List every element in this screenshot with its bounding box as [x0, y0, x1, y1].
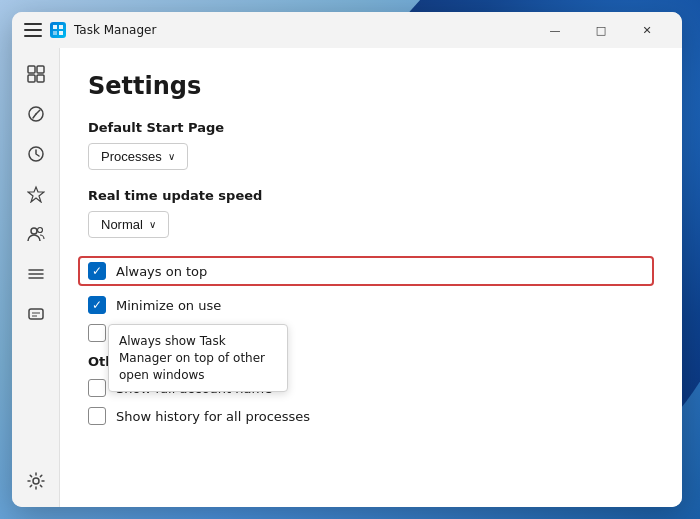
show-history-label: Show history for all processes [116, 409, 310, 424]
titlebar: Task Manager — □ ✕ [12, 12, 682, 48]
minimize-on-use-row[interactable]: Minimize on use [88, 296, 654, 314]
main-layout: Settings Default Start Page Processes ∨ … [12, 48, 682, 507]
sidebar [12, 48, 60, 507]
show-history-checkbox[interactable] [88, 407, 106, 425]
minimize-on-use-checkbox[interactable] [88, 296, 106, 314]
sidebar-item-services[interactable] [18, 296, 54, 332]
svg-rect-1 [59, 25, 63, 29]
sidebar-item-processes[interactable] [18, 56, 54, 92]
content-area: Settings Default Start Page Processes ∨ … [60, 48, 682, 507]
window-controls: — □ ✕ [532, 12, 670, 48]
svg-rect-0 [53, 25, 57, 29]
sidebar-item-users[interactable] [18, 216, 54, 252]
realtime-update-label: Real time update speed [88, 188, 654, 203]
realtime-update-dropdown[interactable]: Normal ∨ [88, 211, 169, 238]
default-start-page-dropdown[interactable]: Processes ∨ [88, 143, 188, 170]
svg-rect-5 [37, 66, 44, 73]
svg-rect-16 [29, 309, 43, 319]
svg-point-19 [33, 478, 39, 484]
dropdown-value: Processes [101, 149, 162, 164]
sidebar-item-history[interactable] [18, 136, 54, 172]
sidebar-item-performance[interactable] [18, 96, 54, 132]
page-title: Settings [88, 72, 654, 100]
svg-point-12 [37, 228, 42, 233]
hide-when-minimized-checkbox[interactable] [88, 324, 106, 342]
svg-rect-3 [59, 31, 63, 35]
default-start-page-label: Default Start Page [88, 120, 654, 135]
svg-rect-2 [53, 31, 57, 35]
svg-rect-4 [28, 66, 35, 73]
menu-icon[interactable] [24, 21, 42, 39]
window-title: Task Manager [74, 23, 156, 37]
always-on-top-row[interactable]: Always on top [78, 256, 654, 286]
always-on-top-label: Always on top [116, 264, 207, 279]
app-icon [50, 22, 66, 38]
always-on-top-checkbox[interactable] [88, 262, 106, 280]
svg-rect-7 [37, 75, 44, 82]
chevron-down-icon: ∨ [168, 151, 175, 162]
sidebar-item-settings[interactable] [18, 463, 54, 499]
show-history-row[interactable]: Show history for all processes [88, 407, 654, 425]
titlebar-left: Task Manager [24, 21, 532, 39]
svg-rect-6 [28, 75, 35, 82]
task-manager-window: Task Manager — □ ✕ [12, 12, 682, 507]
sidebar-item-startup[interactable] [18, 176, 54, 212]
svg-point-11 [31, 228, 37, 234]
update-speed-value: Normal [101, 217, 143, 232]
minimize-on-use-label: Minimize on use [116, 298, 221, 313]
show-full-account-checkbox[interactable] [88, 379, 106, 397]
maximize-button[interactable]: □ [578, 12, 624, 48]
minimize-button[interactable]: — [532, 12, 578, 48]
svg-marker-10 [28, 187, 44, 202]
chevron-down-icon-2: ∨ [149, 219, 156, 230]
always-on-top-tooltip: Always show Task Manager on top of other… [108, 324, 288, 392]
close-button[interactable]: ✕ [624, 12, 670, 48]
sidebar-item-details[interactable] [18, 256, 54, 292]
